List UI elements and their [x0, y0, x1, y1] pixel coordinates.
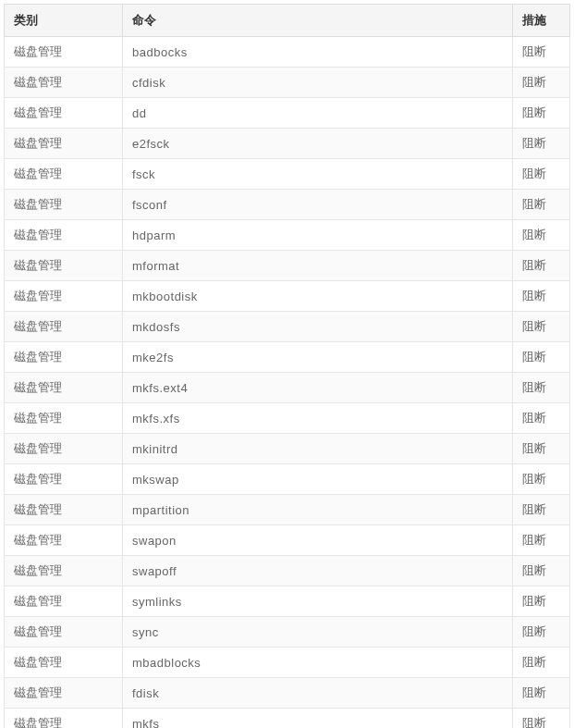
cell-category: 磁盘管理 — [5, 98, 123, 129]
cell-action: 阻断 — [513, 434, 570, 464]
table-row: 磁盘管理badbocks阻断 — [5, 37, 570, 68]
cell-action: 阻断 — [513, 342, 570, 373]
cell-action: 阻断 — [513, 190, 570, 220]
table-row: 磁盘管理e2fsck阻断 — [5, 129, 570, 159]
table-row: 磁盘管理swapon阻断 — [5, 525, 570, 556]
cell-category: 磁盘管理 — [5, 495, 123, 525]
table-row: 磁盘管理mbadblocks阻断 — [5, 648, 570, 678]
table-row: 磁盘管理swapoff阻断 — [5, 556, 570, 586]
cell-command: fsconf — [123, 190, 513, 220]
cell-command: mkinitrd — [123, 434, 513, 464]
table-row: 磁盘管理mformat阻断 — [5, 251, 570, 281]
cell-category: 磁盘管理 — [5, 434, 123, 464]
cell-category: 磁盘管理 — [5, 648, 123, 678]
cell-command: symlinks — [123, 586, 513, 617]
table-row: 磁盘管理cfdisk阻断 — [5, 68, 570, 98]
cell-category: 磁盘管理 — [5, 159, 123, 190]
cell-action: 阻断 — [513, 709, 570, 729]
cell-action: 阻断 — [513, 281, 570, 312]
cell-category: 磁盘管理 — [5, 586, 123, 617]
cell-category: 磁盘管理 — [5, 342, 123, 373]
cell-category: 磁盘管理 — [5, 709, 123, 729]
cell-action: 阻断 — [513, 312, 570, 342]
cell-category: 磁盘管理 — [5, 220, 123, 251]
cell-action: 阻断 — [513, 159, 570, 190]
cell-command: swapoff — [123, 556, 513, 586]
cell-category: 磁盘管理 — [5, 617, 123, 648]
cell-action: 阻断 — [513, 495, 570, 525]
cell-action: 阻断 — [513, 98, 570, 129]
cell-command: mkfs.ext4 — [123, 373, 513, 403]
table-row: 磁盘管理hdparm阻断 — [5, 220, 570, 251]
table-row: 磁盘管理fdisk阻断 — [5, 678, 570, 709]
cell-command: mkfs — [123, 709, 513, 729]
cell-action: 阻断 — [513, 403, 570, 434]
cell-command: swapon — [123, 525, 513, 556]
cell-category: 磁盘管理 — [5, 373, 123, 403]
table-row: 磁盘管理dd阻断 — [5, 98, 570, 129]
cell-category: 磁盘管理 — [5, 190, 123, 220]
cell-action: 阻断 — [513, 37, 570, 68]
cell-category: 磁盘管理 — [5, 678, 123, 709]
cell-command: badbocks — [123, 37, 513, 68]
cell-command: fsck — [123, 159, 513, 190]
cell-action: 阻断 — [513, 586, 570, 617]
cell-category: 磁盘管理 — [5, 312, 123, 342]
table-row: 磁盘管理mkfs.ext4阻断 — [5, 373, 570, 403]
table-row: 磁盘管理mkfs阻断 — [5, 709, 570, 729]
cell-command: mke2fs — [123, 342, 513, 373]
cell-action: 阻断 — [513, 220, 570, 251]
cell-command: mkbootdisk — [123, 281, 513, 312]
cell-command: fdisk — [123, 678, 513, 709]
cell-action: 阻断 — [513, 678, 570, 709]
table-row: 磁盘管理mkswap阻断 — [5, 464, 570, 495]
cell-action: 阻断 — [513, 464, 570, 495]
table-row: 磁盘管理mkdosfs阻断 — [5, 312, 570, 342]
table-header-row: 类别 命令 措施 — [5, 5, 570, 37]
cell-category: 磁盘管理 — [5, 129, 123, 159]
cell-category: 磁盘管理 — [5, 556, 123, 586]
cell-category: 磁盘管理 — [5, 68, 123, 98]
cell-command: dd — [123, 98, 513, 129]
cell-action: 阻断 — [513, 68, 570, 98]
cell-category: 磁盘管理 — [5, 403, 123, 434]
cell-command: e2fsck — [123, 129, 513, 159]
table-row: 磁盘管理mkfs.xfs阻断 — [5, 403, 570, 434]
cell-command: mkswap — [123, 464, 513, 495]
table-row: 磁盘管理mkbootdisk阻断 — [5, 281, 570, 312]
table-row: 磁盘管理mkinitrd阻断 — [5, 434, 570, 464]
cell-command: mkdosfs — [123, 312, 513, 342]
table-row: 磁盘管理fsconf阻断 — [5, 190, 570, 220]
header-category: 类别 — [5, 5, 123, 37]
cell-command: hdparm — [123, 220, 513, 251]
cell-command: mkfs.xfs — [123, 403, 513, 434]
cell-command: mbadblocks — [123, 648, 513, 678]
cell-command: sync — [123, 617, 513, 648]
table-row: 磁盘管理sync阻断 — [5, 617, 570, 648]
cell-action: 阻断 — [513, 648, 570, 678]
cell-action: 阻断 — [513, 251, 570, 281]
cell-category: 磁盘管理 — [5, 281, 123, 312]
cell-category: 磁盘管理 — [5, 37, 123, 68]
cell-action: 阻断 — [513, 617, 570, 648]
cell-action: 阻断 — [513, 556, 570, 586]
table-row: 磁盘管理symlinks阻断 — [5, 586, 570, 617]
command-block-table: 类别 命令 措施 磁盘管理badbocks阻断磁盘管理cfdisk阻断磁盘管理d… — [4, 4, 570, 728]
cell-command: mformat — [123, 251, 513, 281]
cell-command: mpartition — [123, 495, 513, 525]
header-command: 命令 — [123, 5, 513, 37]
header-action: 措施 — [513, 5, 570, 37]
table-row: 磁盘管理mpartition阻断 — [5, 495, 570, 525]
cell-command: cfdisk — [123, 68, 513, 98]
cell-action: 阻断 — [513, 373, 570, 403]
cell-category: 磁盘管理 — [5, 464, 123, 495]
table-row: 磁盘管理mke2fs阻断 — [5, 342, 570, 373]
cell-category: 磁盘管理 — [5, 251, 123, 281]
cell-category: 磁盘管理 — [5, 525, 123, 556]
table-row: 磁盘管理fsck阻断 — [5, 159, 570, 190]
cell-action: 阻断 — [513, 525, 570, 556]
cell-action: 阻断 — [513, 129, 570, 159]
